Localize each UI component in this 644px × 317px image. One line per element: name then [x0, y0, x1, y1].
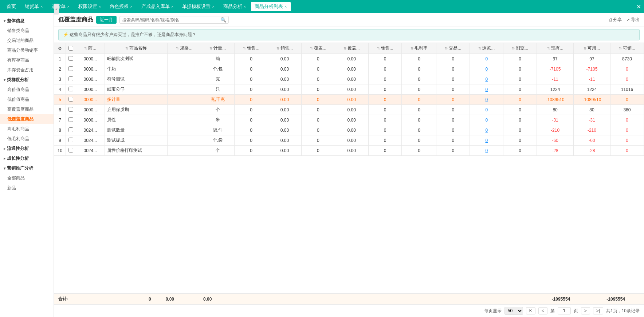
view1-link[interactable]: 0	[485, 138, 488, 143]
cell-checkbox[interactable]	[66, 74, 76, 84]
sidebar-item-stock-capital[interactable]: 库存资金占用	[0, 65, 54, 75]
cell-view1[interactable]: 0	[470, 146, 503, 156]
sidebar-item-stocked-goods[interactable]: 有库存商品	[0, 55, 54, 65]
search-input[interactable]	[122, 17, 220, 23]
col-margin[interactable]: ⇅毛利率	[402, 43, 436, 54]
sidebar-item-high-coverage[interactable]: 高覆盖度商品	[0, 104, 54, 114]
cell-view1[interactable]: 0	[470, 95, 503, 105]
sidebar-item-low-coverage[interactable]: 低覆盖度商品	[0, 114, 54, 124]
cell-view1[interactable]: 0	[470, 115, 503, 125]
cell-checkbox[interactable]	[66, 54, 76, 64]
col-name[interactable]: ⇅商品名称	[105, 43, 168, 54]
cell-view1[interactable]: 0	[470, 135, 503, 146]
col-unit[interactable]: ⇅计量...	[201, 43, 235, 54]
table-container[interactable]: ⚙ ⇅商... ⇅商品名称 ⇅规格...	[54, 43, 644, 293]
col-sales-qty[interactable]: ⇅销售...	[235, 43, 268, 54]
next-page-button[interactable]: >	[581, 307, 590, 314]
view1-link[interactable]: 0	[485, 107, 488, 112]
nav-tab-product[interactable]: 产成品入库单 ×	[138, 2, 177, 11]
view1-link[interactable]: 0	[485, 77, 488, 82]
col-code[interactable]: ⇅商...	[76, 43, 105, 54]
row-checkbox[interactable]	[68, 87, 73, 91]
sidebar-group-growth[interactable]: ▸ 成长性分析	[0, 154, 54, 163]
row-checkbox[interactable]	[68, 148, 73, 152]
page-number-input[interactable]	[558, 307, 571, 314]
close-icon[interactable]: ×	[130, 4, 132, 9]
nav-tab-analysis-list[interactable]: 商品分析列表 ×	[251, 2, 290, 11]
nav-tab-sales[interactable]: 销货单 ×	[21, 2, 46, 11]
nav-tab-home[interactable]: 首页	[3, 2, 20, 11]
filter-period-button[interactable]: 近一月	[96, 16, 117, 24]
cell-view1[interactable]: 0	[470, 64, 503, 74]
nav-tab-analysis[interactable]: 商品分析 ×	[220, 2, 250, 11]
cell-view1[interactable]: 0	[470, 125, 503, 135]
close-icon[interactable]: ×	[244, 4, 246, 9]
col-coverage2[interactable]: ⇅覆盖...	[335, 43, 368, 54]
sidebar-group-overall[interactable]: ▾ 整体信息	[0, 16, 54, 26]
close-icon[interactable]: ×	[40, 4, 43, 9]
first-page-button[interactable]: K	[526, 307, 535, 314]
cell-view1[interactable]: 0	[470, 105, 503, 115]
sidebar-item-new-goods[interactable]: 新品	[0, 183, 54, 193]
sidebar-item-low-value[interactable]: 低价值商品	[0, 95, 54, 104]
col-available-stock[interactable]: ⇅可用...	[574, 43, 610, 54]
col-sellable[interactable]: ⇅可销...	[610, 43, 644, 54]
last-page-button[interactable]: >|	[593, 307, 603, 314]
row-checkbox[interactable]	[68, 138, 73, 142]
row-checkbox[interactable]	[68, 107, 73, 112]
share-button[interactable]: ⎙ 分享	[609, 17, 622, 23]
sidebar-group-marketing[interactable]: ▾ 营销推广分析	[0, 163, 54, 173]
view1-link[interactable]: 0	[485, 97, 488, 102]
close-icon[interactable]: ×	[67, 4, 69, 9]
close-icon[interactable]: ×	[212, 4, 214, 9]
view1-link[interactable]: 0	[485, 128, 488, 133]
cell-checkbox[interactable]	[66, 64, 76, 74]
sidebar-item-low-margin[interactable]: 低毛利商品	[0, 134, 54, 144]
cell-checkbox[interactable]	[66, 115, 76, 125]
sidebar-item-category-rate[interactable]: 商品分类动销率	[0, 45, 54, 55]
sidebar-item-high-margin[interactable]: 高毛利商品	[0, 124, 54, 134]
row-checkbox[interactable]	[68, 97, 73, 102]
sidebar-item-high-value[interactable]: 高价值商品	[0, 85, 54, 95]
cell-checkbox[interactable]	[66, 125, 76, 135]
close-icon[interactable]: ×	[99, 4, 101, 9]
cell-checkbox[interactable]	[66, 84, 76, 95]
cell-view1[interactable]: 0	[470, 74, 503, 84]
per-page-select[interactable]: 50 10 20 100	[504, 307, 523, 315]
view1-link[interactable]: 0	[485, 67, 488, 72]
col-sales-amt[interactable]: ⇅销售...	[268, 43, 301, 54]
col-sales-pct[interactable]: ⇅销售...	[368, 43, 402, 54]
cell-checkbox[interactable]	[66, 95, 76, 105]
col-view2[interactable]: ⇅浏览...	[503, 43, 537, 54]
select-all-checkbox[interactable]	[68, 46, 73, 51]
col-view1[interactable]: ⇅浏览...	[470, 43, 503, 54]
nav-tab-template[interactable]: 单据模板设置 ×	[178, 2, 218, 11]
row-checkbox[interactable]	[68, 56, 73, 61]
row-checkbox[interactable]	[68, 127, 73, 132]
col-transaction[interactable]: ⇅交易...	[436, 43, 470, 54]
close-icon[interactable]: ×	[284, 4, 287, 9]
col-spec[interactable]: ⇅规格...	[168, 43, 201, 54]
view1-link[interactable]: 0	[485, 56, 488, 62]
close-all-button[interactable]: ✕	[636, 3, 641, 10]
prev-page-button[interactable]: <	[538, 307, 547, 314]
sidebar-group-liquidity[interactable]: ▸ 流通性分析	[0, 144, 54, 154]
sidebar-item-sales-goods[interactable]: 销售类商品	[0, 26, 54, 36]
cell-view1[interactable]: 0	[470, 84, 503, 95]
col-checkbox[interactable]	[66, 43, 76, 54]
export-button[interactable]: ↗ 导出	[626, 17, 640, 23]
cell-checkbox[interactable]	[66, 105, 76, 115]
nav-tab-purchase[interactable]: 进货单 ×	[48, 2, 73, 11]
sidebar-group-cluster[interactable]: ▾ 类群度分析	[0, 75, 54, 85]
sidebar-toggle-button[interactable]: «	[54, 4, 59, 15]
cell-view1[interactable]: 0	[470, 54, 503, 64]
view1-link[interactable]: 0	[485, 87, 488, 92]
view1-link[interactable]: 0	[485, 118, 488, 123]
nav-tab-permission[interactable]: 权限设置 ×	[75, 2, 105, 11]
col-current-stock[interactable]: ⇅现有...	[537, 43, 574, 54]
row-checkbox[interactable]	[68, 66, 73, 71]
search-icon[interactable]: 🔍	[220, 17, 226, 23]
nav-tab-role[interactable]: 角色授权 ×	[106, 2, 136, 11]
row-checkbox[interactable]	[68, 117, 73, 122]
row-checkbox[interactable]	[68, 76, 73, 81]
